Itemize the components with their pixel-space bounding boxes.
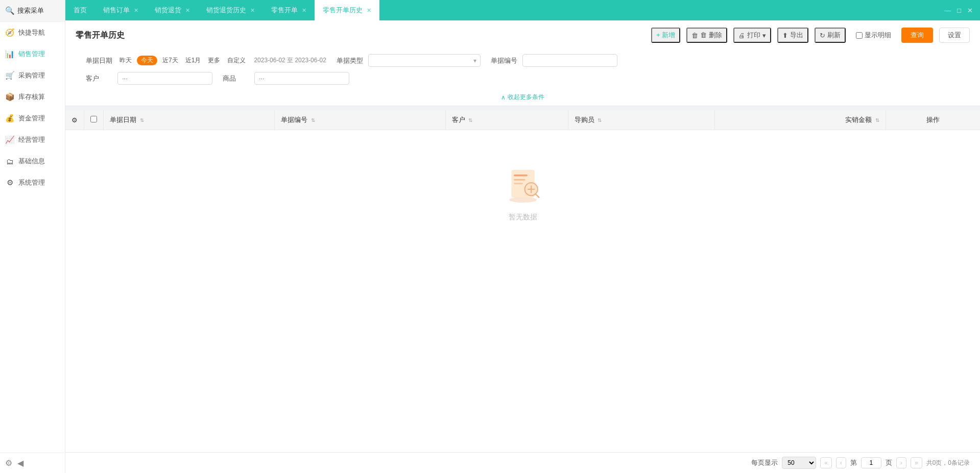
table-col-check[interactable] [84,110,104,130]
delete-label: 🗑 删除 [700,31,722,40]
sidebar-item-finance[interactable]: 💰 资金管理 [0,108,65,129]
query-button[interactable]: 查询 [901,28,933,43]
sidebar-item-sys-mgmt[interactable]: ⚙ 系统管理 [0,172,65,193]
filter-row-1: 单据日期 昨天 今天 近7天 近1月 更多 自定义 2023-06-02 至 2… [86,54,960,67]
sys-mgmt-icon: ⚙ [5,178,14,187]
tab-retail-open-history-close[interactable]: ✕ [367,7,371,14]
finance-icon: 💰 [5,114,14,123]
sidebar-search[interactable]: 🔍 搜索采单 [0,0,65,22]
purchase-mgmt-icon: 🛒 [5,71,14,80]
doc-type-select[interactable] [368,54,481,67]
sidebar-item-quick-nav[interactable]: 🧭 快捷导航 [0,22,65,43]
per-page-select[interactable]: 10 20 50 100 [782,457,816,469]
print-arrow-icon: ▾ [762,32,766,39]
empty-text: 暂无数据 [509,213,537,222]
last-page-button[interactable]: » [911,457,922,468]
tab-sales-return-history[interactable]: 销货退货历史 ✕ [198,0,263,20]
date-opt-7days[interactable]: 近7天 [160,56,180,65]
tab-retail-open-history-label: 零售开单历史 [323,6,363,15]
table-col-guide[interactable]: 导购员 ⇅ [568,110,714,130]
customer-input[interactable] [117,72,212,85]
export-icon: ⬆ [782,32,788,39]
collapse-label: 收起更多条件 [508,93,544,102]
sidebar-item-sales-mgmt[interactable]: 📊 销售管理 [0,43,65,65]
table-col-date[interactable]: 单据日期 ⇅ [104,110,275,130]
sidebar-item-purchase-mgmt[interactable]: 🛒 采购管理 [0,65,65,86]
tab-sales-order-label: 销售订单 [103,6,130,15]
col-customer-label: 客户 [452,116,465,123]
table-col-customer[interactable]: 客户 ⇅ [445,110,568,130]
sidebar-item-label-operations: 经营管理 [18,135,45,144]
print-button[interactable]: 🖨 打印 ▾ [733,28,771,43]
operations-icon: 📈 [5,135,14,144]
toolbar: + 新增 🗑 🗑 删除 🖨 打印 ▾ ⬆ 导出 [651,28,970,43]
page-title: 零售开单历史 [76,30,125,41]
export-button[interactable]: ⬆ 导出 [777,28,808,43]
date-opt-1month[interactable]: 近1月 [183,56,203,65]
refresh-button[interactable]: ↻ 刷新 [815,28,846,43]
date-opt-today[interactable]: 今天 [137,56,157,65]
table-col-amount[interactable]: 实销金额 ⇅ [715,110,886,130]
tab-sales-return[interactable]: 销货退货 ✕ [147,0,198,20]
show-detail-checkbox[interactable] [856,32,863,39]
window-maximize-button[interactable]: □ [955,6,963,15]
col-amount-sort-icon: ⇅ [875,117,879,123]
tab-retail-open-close[interactable]: ✕ [302,7,306,14]
tab-retail-open-label: 零售开单 [271,6,298,15]
empty-state-icon [500,161,546,207]
tab-retail-open[interactable]: 零售开单 ✕ [263,0,315,20]
col-customer-sort-icon: ⇅ [468,117,472,123]
page-title-row: 零售开单历史 + 新增 🗑 🗑 删除 🖨 打印 ▾ ⬆ 导出 [76,28,970,43]
tab-sales-return-history-close[interactable]: ✕ [250,7,255,14]
sidebar-item-operations[interactable]: 📈 经营管理 [0,129,65,151]
tab-sales-return-close[interactable]: ✕ [185,7,190,14]
delete-button[interactable]: 🗑 🗑 删除 [686,28,727,43]
sidebar-collapse-button[interactable]: ◀ [17,458,23,468]
settings-button[interactable]: 设置 [939,28,970,43]
date-opt-custom[interactable]: 自定义 [225,56,248,65]
filter-customer: 客户 [86,72,212,85]
quick-nav-icon: 🧭 [5,28,14,37]
date-opt-more[interactable]: 更多 [206,56,222,65]
window-minimize-button[interactable]: — [942,6,953,15]
svg-rect-4 [514,183,523,184]
sidebar-item-label-inventory: 库存核算 [18,92,45,102]
doc-num-label: 单据编号 [491,56,518,65]
tab-retail-open-history[interactable]: 零售开单历史 ✕ [315,0,379,20]
doc-num-input[interactable] [522,54,617,67]
next-page-button[interactable]: › [896,457,906,468]
print-label: 打印 [747,31,760,40]
sidebar-item-inventory[interactable]: 📦 库存核算 [0,86,65,108]
sidebar-item-label-sys-mgmt: 系统管理 [18,178,45,187]
goods-input[interactable] [254,72,349,85]
sidebar-item-label-sales-mgmt: 销售管理 [18,49,45,59]
svg-rect-2 [514,175,528,177]
col-guide-sort-icon: ⇅ [597,117,602,123]
tab-sales-order[interactable]: 销售订单 ✕ [95,0,147,20]
table-col-gear[interactable]: ⚙ [65,110,84,130]
prev-page-button[interactable]: ‹ [836,457,846,468]
first-page-button[interactable]: « [820,457,832,468]
inventory-icon: 📦 [5,92,14,102]
filter-doc-type: 单据类型 [337,54,481,67]
window-close-button[interactable]: ✕ [965,6,975,15]
collapse-bar[interactable]: ∧ 收起更多条件 [86,90,960,106]
tab-sales-order-close[interactable]: ✕ [134,7,138,14]
tab-home[interactable]: 首页 [65,0,95,20]
add-button[interactable]: + 新增 [651,28,680,43]
svg-point-0 [509,197,537,203]
date-opt-yesterday[interactable]: 昨天 [117,56,134,65]
sidebar-item-base-info[interactable]: 🗂 基础信息 [0,151,65,172]
tab-sales-return-history-label: 销货退货历史 [206,6,246,15]
select-all-checkbox[interactable] [90,116,97,122]
sidebar: 🔍 搜索采单 🧭 快捷导航 📊 销售管理 🛒 采购管理 📦 库存核算 💰 资金管… [0,0,65,473]
show-detail-checkbox-label[interactable]: 显示明细 [852,29,895,42]
filter-doc-num: 单据编号 [491,54,617,67]
topbar-window-controls: — □ ✕ [942,6,980,15]
show-detail-label: 显示明细 [865,31,891,40]
page-number-input[interactable] [861,457,881,468]
sidebar-settings-button[interactable]: ⚙ [5,458,12,468]
print-icon: 🖨 [738,32,745,39]
filter-goods: 商品 [223,72,349,85]
table-col-doc-num[interactable]: 单据编号 ⇅ [274,110,445,130]
